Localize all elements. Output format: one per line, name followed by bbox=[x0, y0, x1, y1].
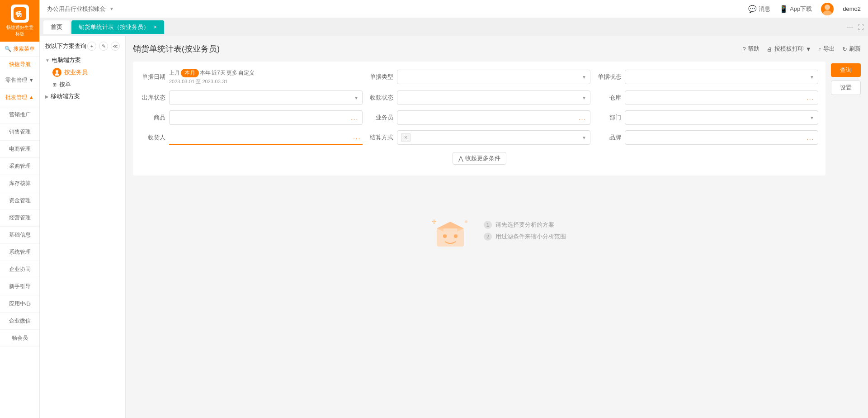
tabs-bar: 首页 销货单统计表（按业务员） × — ⛶ bbox=[40, 18, 868, 36]
topbar: 办公用品行业模拟账套 ▼ 💬 消息 📱 App下载 demo2 bbox=[40, 0, 868, 18]
tab-close-button[interactable]: × bbox=[154, 24, 157, 30]
filter-row-1: 单据日期 上月 本月 本年 近7天 更多 自定义 20 bbox=[140, 69, 818, 85]
payment-method-select[interactable]: × ▼ bbox=[397, 130, 590, 145]
sidebar-item-vip[interactable]: 畅会员 bbox=[0, 330, 39, 347]
filter-item-warehouse: 仓库 ... bbox=[596, 90, 818, 105]
payment-method-tag-close[interactable]: × bbox=[404, 134, 407, 141]
panel-title-actions: + ✎ ≪ bbox=[87, 42, 120, 51]
date-tab-more[interactable]: 更多 bbox=[226, 69, 237, 77]
query-button[interactable]: 查询 bbox=[831, 63, 861, 77]
date-tab-7days[interactable]: 近7天 bbox=[212, 69, 226, 77]
template-print-label: 按模板打印 bbox=[774, 45, 804, 53]
payment-status-select[interactable]: ▼ bbox=[397, 90, 590, 105]
tip-text-2: 用过滤条件来缩小分析范围 bbox=[495, 233, 566, 241]
empty-tips: 1 请先选择要分析的方案 2 用过滤条件来缩小分析范围 bbox=[484, 221, 566, 241]
user-name[interactable]: demo2 bbox=[843, 5, 861, 12]
doc-type-label: 单据类型 bbox=[368, 73, 393, 81]
product-select[interactable]: ... bbox=[169, 110, 363, 125]
filter-item-out-status: 出库状态 ▼ bbox=[140, 90, 363, 105]
department-select[interactable]: ▼ bbox=[625, 110, 818, 125]
receiver-input[interactable] bbox=[169, 130, 363, 145]
mobile-arrow-icon: ▶ bbox=[45, 94, 49, 99]
doc-type-select[interactable]: ▼ bbox=[397, 70, 590, 84]
out-status-select[interactable]: ▼ bbox=[169, 90, 363, 105]
refresh-button[interactable]: ↻ 刷新 bbox=[842, 45, 861, 53]
app-download-button[interactable]: 📱 App下载 bbox=[779, 5, 812, 13]
sidebar-item-enterprise[interactable]: 企业协同 bbox=[0, 261, 39, 278]
date-tabs-row: 上月 本月 本年 近7天 更多 自定义 bbox=[169, 69, 363, 77]
user-avatar[interactable] bbox=[821, 3, 834, 15]
right-panel: 销货单统计表(按业务员) ? 帮助 🖨 按模板打印 ▼ ↑ 导出 bbox=[126, 36, 868, 418]
operations-label: 经营管理 bbox=[9, 214, 31, 221]
sidebar-item-newbie[interactable]: 新手引导 bbox=[0, 278, 39, 295]
page-header: 销货单统计表(按业务员) ? 帮助 🖨 按模板打印 ▼ ↑ 导出 bbox=[133, 43, 861, 54]
by-order-icon: ⊞ bbox=[52, 82, 57, 88]
svg-text:畅: 畅 bbox=[15, 10, 22, 18]
wholesale-label: 批发管理 bbox=[5, 94, 27, 100]
quick-nav[interactable]: 快捷导航 bbox=[0, 57, 39, 72]
product-dots: ... bbox=[351, 114, 359, 121]
messages-button[interactable]: 💬 消息 bbox=[748, 5, 770, 13]
sidebar-item-inventory[interactable]: 库存核算 bbox=[0, 175, 39, 192]
collapse-panel-button[interactable]: ≪ bbox=[111, 42, 120, 51]
tree-child-by-order[interactable]: ⊞ 按单 bbox=[40, 79, 125, 90]
help-button[interactable]: ? 帮助 bbox=[742, 45, 759, 53]
warehouse-select[interactable]: ... bbox=[625, 90, 818, 105]
topbar-dropdown-arrow[interactable]: ▼ bbox=[109, 6, 114, 11]
by-order-label: 按单 bbox=[59, 81, 71, 89]
brand-select[interactable]: ... bbox=[625, 130, 818, 145]
sidebar-search[interactable]: 🔍 搜索菜单 bbox=[0, 42, 39, 57]
sidebar-item-system[interactable]: 系统管理 bbox=[0, 244, 39, 261]
sales-label: 销售管理 bbox=[9, 128, 31, 135]
sidebar-item-purchase[interactable]: 采购管理 bbox=[0, 158, 39, 175]
sidebar-item-wholesale[interactable]: 批发管理 ▲ bbox=[0, 89, 39, 106]
template-print-button[interactable]: 🖨 按模板打印 ▼ bbox=[767, 45, 811, 53]
collapse-button[interactable]: ⋀ 收起更多条件 bbox=[453, 152, 506, 165]
sidebar-item-wechat[interactable]: 企业微信 bbox=[0, 313, 39, 330]
salesperson-select[interactable]: ... bbox=[397, 110, 590, 125]
export-button[interactable]: ↑ 导出 bbox=[819, 45, 835, 53]
add-scheme-button[interactable]: + bbox=[87, 42, 96, 51]
sidebar-item-basic[interactable]: 基础信息 bbox=[0, 227, 39, 244]
sidebar-item-retail[interactable]: 零售管理 ▼ bbox=[0, 72, 39, 89]
sidebar-logo[interactable]: 畅 畅捷通好生意 标版 bbox=[0, 0, 39, 42]
date-tab-this-year[interactable]: 本年 bbox=[200, 69, 211, 77]
settings-button[interactable]: 设置 bbox=[831, 81, 861, 95]
salesperson-circle-icon bbox=[52, 68, 61, 77]
sidebar-item-finance[interactable]: 资金管理 bbox=[0, 192, 39, 209]
svg-point-4 bbox=[56, 70, 58, 73]
department-arrow: ▼ bbox=[810, 115, 814, 120]
window-minimize-button[interactable]: — bbox=[846, 24, 854, 31]
print-icon: 🖨 bbox=[767, 46, 773, 52]
date-tab-last-month[interactable]: 上月 bbox=[169, 69, 180, 77]
tree-item-mobile[interactable]: ▶ 移动端方案 bbox=[40, 90, 125, 102]
sidebar-item-operations[interactable]: 经营管理 bbox=[0, 209, 39, 227]
print-dropdown-arrow[interactable]: ▼ bbox=[806, 46, 811, 52]
search-icon: 🔍 bbox=[5, 46, 11, 52]
app-download-label: App下载 bbox=[790, 5, 812, 13]
empty-tip-2: 2 用过滤条件来缩小分析范围 bbox=[484, 233, 566, 241]
edit-scheme-button[interactable]: ✎ bbox=[99, 42, 108, 51]
sidebar-item-sales[interactable]: 销售管理 bbox=[0, 124, 39, 141]
tab-home[interactable]: 首页 bbox=[43, 20, 70, 34]
doc-status-label: 单据状态 bbox=[596, 73, 621, 81]
receiver-dots[interactable]: ··· bbox=[353, 134, 361, 141]
sidebar-item-marketing[interactable]: 营销推广 bbox=[0, 106, 39, 124]
brand-dots: ... bbox=[807, 134, 814, 141]
window-maximize-button[interactable]: ⛶ bbox=[857, 24, 864, 31]
tree-child-by-salesperson[interactable]: 按业务员 bbox=[40, 66, 125, 79]
receiver-label: 收货人 bbox=[140, 133, 165, 142]
tree-item-desktop[interactable]: ▼ 电脑端方案 bbox=[40, 54, 125, 66]
date-tab-this-month[interactable]: 本月 bbox=[181, 69, 199, 77]
payment-status-label: 收款状态 bbox=[368, 94, 393, 102]
doc-status-select[interactable]: ▼ bbox=[625, 70, 818, 84]
date-tab-custom[interactable]: 自定义 bbox=[238, 69, 255, 77]
filter-item-salesperson: 业务员 ... bbox=[368, 110, 590, 125]
tab-sales-stats[interactable]: 销货单统计表（按业务员） × bbox=[71, 20, 164, 34]
empty-tip-1: 1 请先选择要分析的方案 bbox=[484, 221, 566, 229]
messages-label: 消息 bbox=[759, 5, 770, 13]
brand-label: 品牌 bbox=[596, 133, 621, 142]
doc-type-arrow: ▼ bbox=[582, 75, 586, 80]
sidebar-item-ecommerce[interactable]: 电商管理 bbox=[0, 141, 39, 158]
sidebar-item-apps[interactable]: 应用中心 bbox=[0, 295, 39, 313]
